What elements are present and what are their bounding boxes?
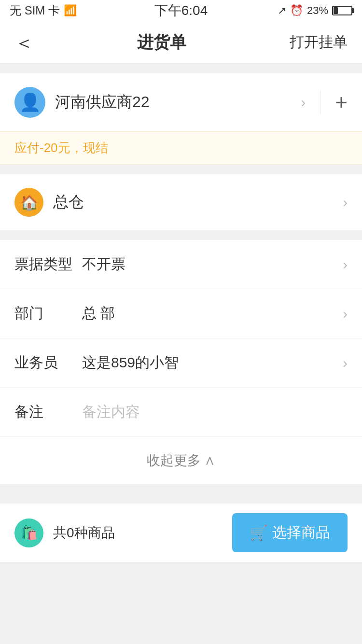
remark-label: 备注 <box>14 402 82 422</box>
warehouse-row[interactable]: 🏠 总仓 › <box>0 174 362 230</box>
battery-icon <box>332 6 352 15</box>
section-gap-2 <box>0 165 362 174</box>
bottom-bar: 🛍️ 共0种商品 🛒 选择商品 <box>0 504 362 562</box>
status-bar: 无 SIM 卡 📶 下午6:04 ↗ ⏰ 23% <box>0 0 362 21</box>
back-button[interactable]: ＜ <box>14 33 34 52</box>
supplier-chevron-icon: › <box>301 94 306 111</box>
warehouse-chevron-icon: › <box>343 194 348 210</box>
section-gap-4 <box>0 484 362 494</box>
nav-bar: ＜ 进货单 打开挂单 <box>0 21 362 64</box>
page-title: 进货单 <box>137 31 186 54</box>
salesman-row[interactable]: 业务员 这是859的小智 › <box>0 338 362 388</box>
location-icon: ↗ <box>278 4 286 17</box>
salesman-label: 业务员 <box>14 353 82 373</box>
status-time: 下午6:04 <box>154 1 208 20</box>
section-gap-1 <box>0 64 362 73</box>
goods-count: 共0种商品 <box>53 524 232 542</box>
goods-icon: 🛍️ <box>21 525 38 541</box>
remark-placeholder: 备注内容 <box>82 402 348 422</box>
supplier-avatar: 👤 <box>14 87 45 118</box>
supplier-name: 河南供应商22 <box>55 92 301 113</box>
bill-type-row[interactable]: 票据类型 不开票 › <box>0 240 362 289</box>
select-goods-label: 选择商品 <box>272 523 330 543</box>
dept-chevron-icon: › <box>343 306 348 322</box>
goods-icon-wrap: 🛍️ <box>14 518 43 547</box>
bill-type-value: 不开票 <box>82 254 343 274</box>
warehouse-card: 🏠 总仓 › <box>0 174 362 230</box>
salesman-value: 这是859的小智 <box>82 353 343 373</box>
dept-value: 总 部 <box>82 304 343 323</box>
notice-bar: 应付-20元，现结 <box>0 131 362 165</box>
vertical-divider <box>320 90 320 114</box>
warehouse-icon: 🏠 <box>20 194 38 211</box>
avatar-icon: 👤 <box>19 92 41 112</box>
notice-text: 应付-20元，现结 <box>14 140 108 155</box>
carrier-text: 无 SIM 卡 <box>10 3 60 18</box>
collapse-label: 收起更多 ∧ <box>147 451 216 470</box>
warehouse-label: 总仓 <box>53 192 343 213</box>
bill-type-chevron-icon: › <box>343 256 348 273</box>
salesman-chevron-icon: › <box>343 355 348 371</box>
supplier-card: 👤 河南供应商22 › + 应付-20元，现结 <box>0 73 362 165</box>
dept-label: 部门 <box>14 304 82 323</box>
section-gap-3 <box>0 230 362 240</box>
status-right: ↗ ⏰ 23% <box>278 4 352 17</box>
status-left: 无 SIM 卡 📶 <box>10 3 77 18</box>
remark-row[interactable]: 备注 备注内容 <box>0 388 362 437</box>
open-pending-button[interactable]: 打开挂单 <box>290 32 348 52</box>
battery-percent: 23% <box>307 4 328 17</box>
dept-row[interactable]: 部门 总 部 › <box>0 289 362 338</box>
collapse-row[interactable]: 收起更多 ∧ <box>0 437 362 484</box>
warehouse-icon-wrap: 🏠 <box>14 188 43 217</box>
alarm-icon: ⏰ <box>290 4 303 17</box>
wifi-icon: 📶 <box>64 4 77 17</box>
supplier-row[interactable]: 👤 河南供应商22 › + <box>0 73 362 131</box>
form-section: 票据类型 不开票 › 部门 总 部 › 业务员 这是859的小智 › 备注 备注… <box>0 240 362 484</box>
select-goods-icon: 🛒 <box>250 524 267 541</box>
bill-type-label: 票据类型 <box>14 254 82 274</box>
select-goods-button[interactable]: 🛒 选择商品 <box>232 513 348 552</box>
add-supplier-button[interactable]: + <box>335 92 348 113</box>
